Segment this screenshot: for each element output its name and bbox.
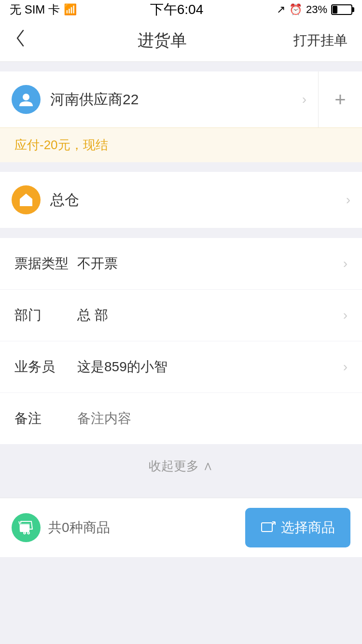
select-product-button[interactable]: 选择商品 — [245, 508, 350, 547]
alarm-icon: ⏰ — [289, 3, 302, 16]
status-right: ↗ ⏰ 23% — [277, 3, 352, 16]
bottom-bar: 共0种商品 选择商品 — [0, 498, 362, 557]
salesperson-row[interactable]: 业务员 这是859的小智 › — [0, 341, 362, 393]
warehouse-name: 总仓 — [50, 190, 338, 210]
svg-rect-1 — [24, 202, 28, 206]
supplier-add-button[interactable]: + — [319, 71, 362, 127]
select-product-icon — [261, 520, 276, 535]
chevron-right-icon: › — [343, 308, 348, 323]
alert-banner: 应付-20元，现结 — [0, 127, 362, 162]
svg-rect-4 — [262, 523, 272, 532]
supplier-name: 河南供应商22 — [50, 90, 294, 110]
location-icon: ↗ — [277, 3, 285, 16]
open-pending-button[interactable]: 打开挂单 — [293, 31, 348, 50]
cart-icon — [18, 519, 34, 536]
product-count-text: 共0种商品 — [48, 518, 245, 537]
battery-icon — [331, 4, 352, 15]
warehouse-selector[interactable]: 总仓 › — [0, 172, 362, 228]
person-icon — [17, 91, 35, 108]
status-carrier: 无 SIM 卡 📶 — [10, 2, 77, 17]
back-button[interactable] — [14, 24, 31, 57]
salesperson-value: 这是859的小智 — [72, 358, 335, 376]
supplier-selector[interactable]: 河南供应商22 › — [0, 71, 319, 127]
status-time: 下午6:04 — [150, 0, 204, 19]
supplier-section: 河南供应商22 › + — [0, 71, 362, 127]
collapse-toggle[interactable]: 收起更多 ∧ — [0, 444, 362, 488]
department-label: 部门 — [14, 306, 72, 324]
salesperson-label: 业务员 — [14, 358, 72, 376]
invoice-type-value: 不开票 — [72, 254, 335, 273]
department-row[interactable]: 部门 总 部 › — [0, 290, 362, 341]
section-gap-1 — [0, 62, 362, 71]
svg-point-0 — [23, 94, 29, 100]
remark-label: 备注 — [14, 409, 72, 428]
status-bar: 无 SIM 卡 📶 下午6:04 ↗ ⏰ 23% — [0, 0, 362, 19]
supplier-avatar — [12, 85, 41, 114]
invoice-type-label: 票据类型 — [14, 254, 72, 273]
product-count-icon — [12, 513, 41, 542]
page-title: 进货单 — [138, 29, 187, 52]
form-section: 票据类型 不开票 › 部门 总 部 › 业务员 这是859的小智 › 备注 — [0, 238, 362, 444]
home-icon — [18, 192, 34, 208]
carrier-text: 无 SIM 卡 — [10, 2, 60, 17]
remark-row[interactable]: 备注 — [0, 393, 362, 444]
nav-bar: 进货单 打开挂单 — [0, 19, 362, 62]
select-product-label: 选择商品 — [281, 518, 335, 537]
chevron-right-icon: › — [302, 92, 306, 107]
chevron-right-icon: › — [343, 359, 348, 375]
remark-input[interactable] — [72, 411, 348, 426]
warehouse-icon — [12, 185, 41, 214]
alert-text: 应付-20元，现结 — [14, 138, 108, 152]
battery-percent: 23% — [306, 3, 327, 16]
wifi-icon: 📶 — [64, 3, 77, 16]
invoice-type-row[interactable]: 票据类型 不开票 › — [0, 238, 362, 290]
department-value: 总 部 — [72, 306, 335, 324]
chevron-right-icon: › — [346, 192, 350, 208]
chevron-right-icon: › — [343, 256, 348, 271]
svg-rect-3 — [19, 523, 30, 530]
